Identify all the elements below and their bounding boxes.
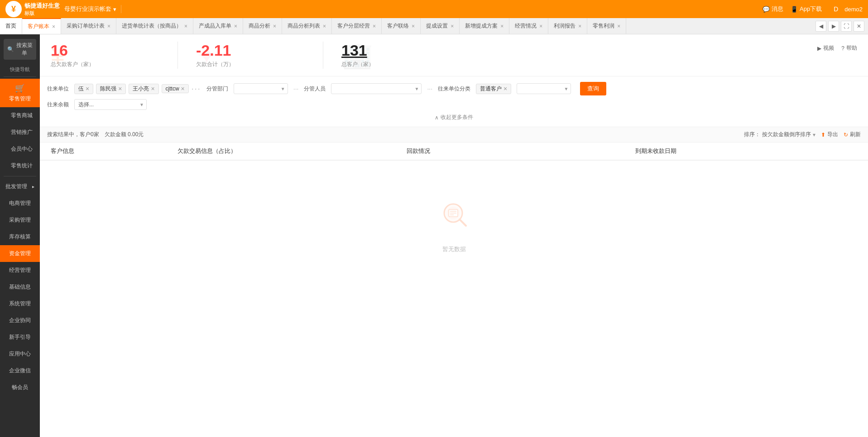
sidebar-item-inventory[interactable]: 库存核算 xyxy=(0,228,40,245)
close-icon[interactable]: × xyxy=(323,24,326,29)
sidebar-item-batch-mgmt[interactable]: 批发管理 ▸ xyxy=(0,178,40,195)
help-button[interactable]: ? 帮助 xyxy=(841,44,857,52)
tab-label: 采购订单统计表 xyxy=(67,22,105,30)
tab-expand-button[interactable]: ⛶ xyxy=(841,21,852,32)
close-icon[interactable]: × xyxy=(107,24,110,29)
message-button[interactable]: 💬 消息 xyxy=(762,5,783,13)
sidebar-item-vip-member[interactable]: 畅会员 xyxy=(0,379,40,396)
tab-customer-book[interactable]: 客户账本 × xyxy=(22,18,61,34)
tab-prev-button[interactable]: ◀ xyxy=(815,21,826,32)
sidebar-item-label: 资金管理 xyxy=(9,250,31,257)
table-header: 客户信息 欠款交易信息（占比） 回款情况 到期未收款日期 xyxy=(40,142,868,161)
close-icon[interactable]: × xyxy=(184,24,187,29)
close-icon[interactable]: × xyxy=(273,24,276,29)
tab-business-status[interactable]: 经营情况 × xyxy=(509,18,548,34)
close-icon[interactable]: × xyxy=(412,24,415,29)
balance-select[interactable]: 选择... xyxy=(74,99,147,110)
unit-filter-tags: 伍 × 陈民强 × 王小亮 × cjttcw × xyxy=(74,84,201,94)
refresh-icon: ↻ xyxy=(844,132,848,138)
sidebar-item-system[interactable]: 系统管理 xyxy=(0,295,40,312)
close-icon[interactable]: × xyxy=(500,24,504,29)
sidebar-item-capital[interactable]: 资金管理 xyxy=(0,245,40,262)
tab-close-all-button[interactable]: ✕ xyxy=(854,21,864,32)
close-icon[interactable]: × xyxy=(373,24,376,29)
user-avatar-button[interactable]: D demo2 xyxy=(829,2,863,16)
tab-product-inbound[interactable]: 产成品入库单 × xyxy=(193,18,243,34)
message-icon: 💬 xyxy=(762,6,770,13)
person-more-icon: ··· xyxy=(427,85,432,92)
sidebar-item-ecommerce[interactable]: 电商管理 xyxy=(0,195,40,212)
sidebar-item-basic[interactable]: 基础信息 xyxy=(0,279,40,295)
tab-goods-analysis[interactable]: 商品分析 × xyxy=(243,18,282,34)
query-button[interactable]: 查询 xyxy=(580,82,606,95)
top-bar-right: 💬 消息 📱 App下载 D demo2 xyxy=(762,2,863,16)
close-icon[interactable]: × xyxy=(617,24,620,29)
sidebar-item-purchase[interactable]: 采购管理 xyxy=(0,212,40,228)
export-button[interactable]: ⬆ 导出 xyxy=(821,131,838,138)
sidebar-item-label: 会员中心 xyxy=(11,145,33,153)
tab-promotion-settings[interactable]: 提成设置 × xyxy=(421,18,460,34)
tab-goods-analysis-list[interactable]: 商品分析列表 × xyxy=(282,18,332,34)
sidebar-item-retail-mgmt[interactable]: 🛒 零售管理 xyxy=(0,79,40,107)
unit-type-select-wrapper xyxy=(517,83,571,94)
dept-select[interactable] xyxy=(234,83,288,94)
sidebar-item-label: 零售管理 xyxy=(9,95,31,103)
remove-tag-chen[interactable]: × xyxy=(118,86,122,92)
close-icon[interactable]: × xyxy=(52,24,55,29)
person-select[interactable] xyxy=(331,83,422,94)
sidebar-item-ops[interactable]: 经营管理 xyxy=(0,262,40,279)
close-icon[interactable]: × xyxy=(539,24,542,29)
sidebar-item-retail-stats[interactable]: 零售统计 xyxy=(0,157,40,174)
sidebar-item-marketing[interactable]: 营销推广 xyxy=(0,124,40,141)
sidebar-item-label: 企业微信 xyxy=(9,367,31,375)
help-icon: ? xyxy=(841,45,844,52)
tab-profit-report[interactable]: 利润报告 × xyxy=(548,18,587,34)
video-button[interactable]: ▶ 视频 xyxy=(817,44,834,52)
sidebar-item-retail-shop[interactable]: 零售商城 xyxy=(0,107,40,124)
sidebar-item-app-center[interactable]: 应用中心 xyxy=(0,346,40,362)
tab-purchase-order[interactable]: 采购订单统计表 × xyxy=(61,18,116,34)
close-icon[interactable]: × xyxy=(234,24,237,29)
tab-customer-tier[interactable]: 客户分层经营 × xyxy=(332,18,382,34)
remove-tag-wu[interactable]: × xyxy=(86,86,89,92)
sidebar-item-label: 经营管理 xyxy=(9,266,31,274)
remove-tag-normal[interactable]: × xyxy=(504,86,507,92)
sidebar-item-new-guide[interactable]: 新手引导 xyxy=(0,329,40,346)
remove-tag-wang[interactable]: × xyxy=(151,86,154,92)
collapse-button[interactable]: ∧ 收起更多条件 xyxy=(47,114,861,121)
search-menu-button[interactable]: 🔍 搜索菜单 xyxy=(4,39,36,60)
top-bar: ¥ 畅捷通好生意 标版 母婴行业演示帐套 ▾ 💬 消息 📱 App下载 D de… xyxy=(0,0,868,18)
stat-divider-1 xyxy=(177,42,178,69)
refresh-button[interactable]: ↻ 刷新 xyxy=(844,131,861,138)
unit-type-select[interactable] xyxy=(517,83,571,94)
tab-inbound-stats[interactable]: 进货单统计表（按商品） × xyxy=(116,18,193,34)
app-download-button[interactable]: 📱 App下载 xyxy=(791,5,822,13)
more-tags-button[interactable]: ··· xyxy=(192,84,201,94)
sidebar-item-quick-nav[interactable]: 快捷导航 xyxy=(0,64,40,75)
tab-new-promotion-plan[interactable]: 新增提成方案 × xyxy=(460,18,509,34)
app-title: 畅捷通好生意 xyxy=(24,2,60,10)
sidebar-item-label: 新手引导 xyxy=(9,333,31,341)
sidebar-item-label: 批发管理 xyxy=(5,183,27,190)
company-dropdown[interactable]: 母婴行业演示帐套 ▾ xyxy=(60,5,121,13)
filter-tag-chen: 陈民强 × xyxy=(96,84,126,94)
tag-label: 王小亮 xyxy=(133,85,149,93)
tab-label: 零售利润 xyxy=(593,22,614,30)
video-icon: ▶ xyxy=(817,45,821,52)
sidebar-item-enterprise-wechat[interactable]: 企业微信 xyxy=(0,362,40,379)
sidebar-item-member[interactable]: 会员中心 xyxy=(0,141,40,157)
close-icon[interactable]: × xyxy=(451,24,454,29)
remove-tag-cjttcw[interactable]: × xyxy=(181,86,185,92)
svg-line-2 xyxy=(460,219,466,226)
tab-customer-contact[interactable]: 客户联络 × xyxy=(382,18,421,34)
chevron-up-icon: ∧ xyxy=(435,114,439,121)
stat-debt-total-label: 欠款合计（万） xyxy=(196,61,234,68)
empty-state: 暂无数据 xyxy=(40,161,868,290)
close-icon[interactable]: × xyxy=(578,24,581,29)
tab-home[interactable]: 首页 xyxy=(0,18,22,34)
sidebar-item-enterprise-collab[interactable]: 企业协同 xyxy=(0,312,40,329)
tab-next-button[interactable]: ▶ xyxy=(828,21,839,32)
stat-total-customers: 🏢 131 总客户（家） xyxy=(341,42,450,69)
tab-retail-profit[interactable]: 零售利润 × xyxy=(587,18,626,34)
sidebar-item-label: 畅会员 xyxy=(12,384,28,391)
